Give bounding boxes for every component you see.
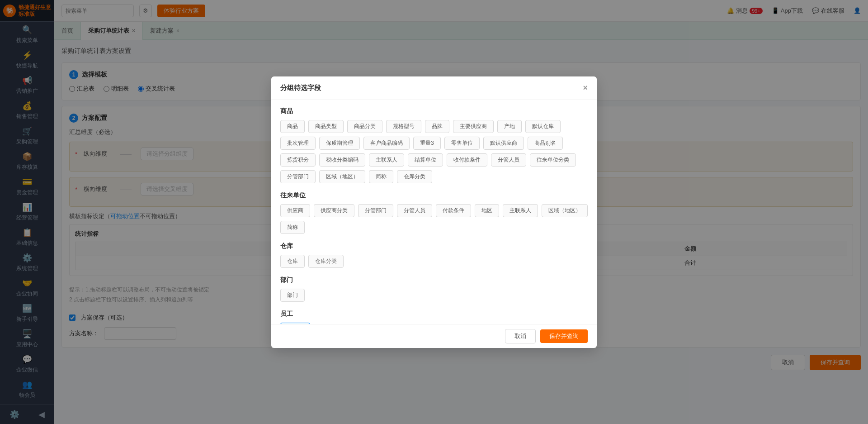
field-group-partner: 往来单位 供应商 供应商分类 分管部门 分管人员 付款条件 地区 主联系人 区域…	[280, 191, 588, 234]
partner-field-tags: 供应商 供应商分类 分管部门 分管人员 付款条件 地区 主联系人 区域（地区） …	[280, 204, 588, 234]
goods-field-tags: 商品 商品类型 商品分类 规格型号 品牌 主要供应商 产地 默认仓库 批次管理 …	[280, 120, 588, 183]
modal-title: 分组待选字段	[280, 84, 321, 92]
field-tag[interactable]: 客户商品编码	[363, 137, 410, 150]
modal-confirm-button[interactable]: 保存并查询	[540, 329, 588, 343]
field-tag[interactable]: 商品类型	[308, 120, 344, 133]
field-tag[interactable]: 品牌	[425, 120, 449, 133]
field-tag[interactable]: 付款条件	[436, 204, 471, 217]
field-tag[interactable]: 仓库	[280, 255, 305, 268]
field-tag[interactable]: 往来单位分类	[530, 153, 576, 167]
warehouse-field-tags: 仓库 仓库分类	[280, 255, 588, 268]
field-tag[interactable]: 商品别名	[528, 137, 563, 150]
modal-body: 商品 商品 商品类型 商品分类 规格型号 品牌 主要供应商 产地 默认仓库 批次…	[271, 100, 597, 324]
field-tag[interactable]: 保质期管理	[319, 137, 360, 150]
modal-header: 分组待选字段 ×	[271, 76, 597, 100]
field-tag[interactable]: 重量3	[413, 137, 441, 150]
modal-footer: 取消 保存并查询	[271, 324, 597, 348]
field-tag[interactable]: 供应商	[280, 204, 310, 217]
field-tag[interactable]: 批次管理	[280, 137, 316, 150]
dept-group-title: 部门	[280, 276, 588, 284]
employee-group-title: 员工	[280, 310, 588, 318]
field-tag[interactable]: 税收分类编码	[319, 153, 365, 167]
field-tag[interactable]: 区域（地区）	[319, 170, 365, 183]
field-tag[interactable]: 结算单位	[408, 153, 443, 167]
field-tag[interactable]: 默认供应商	[483, 137, 524, 150]
field-tag[interactable]: 分管人员	[491, 153, 526, 167]
field-tag[interactable]: 主联系人	[369, 153, 404, 167]
warehouse-group-title: 仓库	[280, 242, 588, 250]
field-tag[interactable]: 产地	[497, 120, 522, 133]
field-tag[interactable]: 拣货积分	[280, 153, 316, 167]
field-tag[interactable]: 地区	[475, 204, 499, 217]
field-tag[interactable]: 区域（地区）	[542, 204, 588, 217]
field-tag[interactable]: 收付款条件	[447, 153, 487, 167]
field-tag[interactable]: 商品分类	[347, 120, 382, 133]
field-tag[interactable]: 供应商分类	[314, 204, 354, 217]
field-tag[interactable]: 主要供应商	[453, 120, 494, 133]
field-tag[interactable]: 规格型号	[386, 120, 421, 133]
modal-overlay[interactable]: 分组待选字段 × 商品 商品 商品类型 商品分类 规格型号 品牌 主要供应商 产…	[0, 0, 868, 424]
modal-close-button[interactable]: ×	[583, 84, 588, 92]
field-tag[interactable]: 零售单位	[444, 137, 480, 150]
modal-cancel-button[interactable]: 取消	[505, 329, 536, 343]
field-tag[interactable]: 部门	[280, 289, 305, 302]
field-group-dept: 部门 部门	[280, 276, 588, 302]
modal: 分组待选字段 × 商品 商品 商品类型 商品分类 规格型号 品牌 主要供应商 产…	[271, 76, 597, 348]
field-group-goods: 商品 商品 商品类型 商品分类 规格型号 品牌 主要供应商 产地 默认仓库 批次…	[280, 107, 588, 183]
field-group-warehouse: 仓库 仓库 仓库分类	[280, 242, 588, 268]
field-group-employee: 员工 业务员	[280, 310, 588, 324]
field-tag[interactable]: 分管部门	[358, 204, 393, 217]
field-tag[interactable]: 分管人员	[397, 204, 432, 217]
dept-field-tags: 部门	[280, 289, 588, 302]
field-tag[interactable]: 分管部门	[280, 170, 316, 183]
field-tag[interactable]: 默认仓库	[525, 120, 561, 133]
field-tag[interactable]: 简称	[369, 170, 393, 183]
goods-group-title: 商品	[280, 107, 588, 115]
field-tag[interactable]: 主联系人	[503, 204, 538, 217]
field-tag[interactable]: 仓库分类	[308, 255, 344, 268]
field-tag[interactable]: 简称	[280, 221, 305, 234]
field-tag[interactable]: 仓库分类	[397, 170, 432, 183]
partner-group-title: 往来单位	[280, 191, 588, 200]
field-tag[interactable]: 商品	[280, 120, 305, 133]
